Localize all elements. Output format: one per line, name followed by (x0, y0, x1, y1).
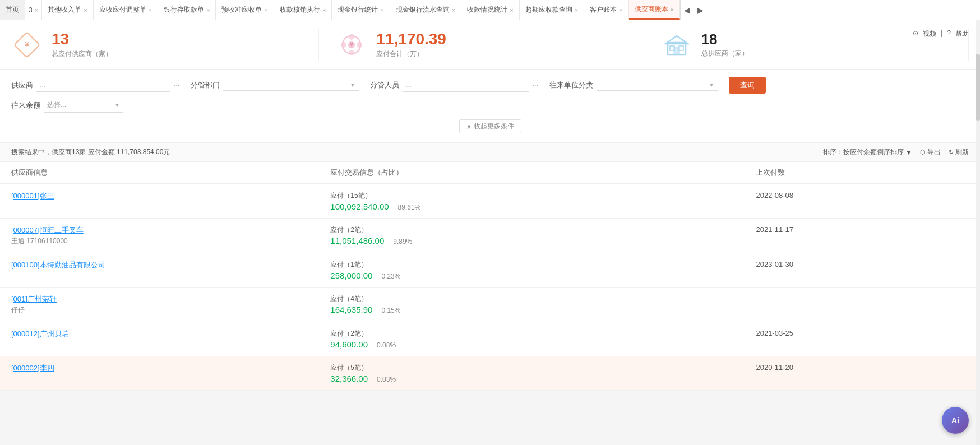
export-button[interactable]: ⬡ 导出 (920, 147, 941, 157)
nav-tab-receipt-stat-close[interactable]: × (510, 7, 513, 13)
card2-label: 应付合计（万） (376, 49, 446, 59)
nav-tab-cash-stat-close[interactable]: × (380, 7, 383, 13)
nav-tab-bank-close[interactable]: × (206, 7, 210, 13)
trans-percent-6: 0.03% (377, 376, 396, 383)
trans-label-3: 应付（1笔） (330, 260, 756, 270)
nav-tab-ar-ap[interactable]: 应收应付调整单 × (94, 0, 158, 20)
supplier-link-5[interactable]: [000012]广州贝瑞 (11, 330, 69, 338)
trans-amount-5[interactable]: 94,600.00 (330, 340, 368, 349)
trans-row-4: 164,635.90 0.15% (330, 305, 756, 314)
sort-button[interactable]: 排序：按应付余额倒序排序 ▼ (823, 147, 912, 157)
svg-point-5 (341, 42, 346, 48)
nav-tab-cash-flow-close[interactable]: × (452, 7, 455, 13)
person-dots-icon[interactable]: ··· (533, 81, 538, 89)
lastpay-6: 2020-11-20 (756, 363, 969, 372)
video-icon: ⊙ (913, 29, 918, 39)
nav-tab-cash-flow-label: 现金银行流水查询 (396, 5, 450, 15)
nav-tab-receipt-verify-close[interactable]: × (322, 7, 326, 13)
nav-tab-receipt-verify[interactable]: 收款核销执行 × (274, 0, 332, 20)
diamond-icon: ¥ (11, 29, 43, 61)
card1-label: 总应付供应商（家） (52, 49, 112, 59)
trans-amount-1[interactable]: 100,092,540.00 (330, 202, 389, 211)
export-label: 导出 (927, 147, 941, 157)
supplier-link-2[interactable]: [000007]恒旺二手叉车 (11, 226, 84, 234)
dept-select[interactable]: ▼ (223, 80, 359, 91)
transaction-info-1: 应付（15笔） 100,092,540.00 89.61% (330, 191, 756, 211)
nav-tab-cash-stat[interactable]: 现金银行统计 × (332, 0, 390, 20)
trans-label-6: 应付（5笔） (330, 363, 756, 373)
trans-amount-3[interactable]: 258,000.00 (330, 271, 372, 280)
collapse-button[interactable]: ∧ 收起更多条件 (459, 119, 521, 133)
nav-left-arrow[interactable]: ◀ (680, 0, 694, 20)
svg-text:¥: ¥ (24, 40, 29, 49)
nav-tab-supplier-ledger-close[interactable]: × (671, 6, 674, 13)
person-input[interactable] (403, 79, 529, 92)
query-button[interactable]: 查询 (729, 77, 766, 94)
nav-tab-other-income-close[interactable]: × (84, 7, 87, 13)
nav-right-arrow[interactable]: ▶ (694, 0, 707, 20)
nav-tab-customer-ledger-label: 客户账本 (590, 5, 617, 15)
nav-tab-overdue-ar-close[interactable]: × (575, 7, 578, 13)
nav-tab-receipt-stat[interactable]: 收款情况统计 × (461, 0, 519, 20)
category-filter-label: 往来单位分类 (549, 80, 593, 90)
lastpay-2: 2021-11-17 (756, 225, 969, 234)
summary-card-suppliers-with-ap: ¥ 13 总应付供应商（家） (11, 29, 319, 61)
nav-tab-cash-stat-label: 现金银行统计 (338, 5, 378, 15)
nav-tab-home[interactable]: 首页 (0, 0, 25, 20)
col-header-transaction: 应付交易信息（占比） (330, 168, 756, 178)
nav-tab-bank[interactable]: 银行存取款单 × (158, 0, 216, 20)
trans-label-4: 应付（4笔） (330, 294, 756, 304)
person-filter-label: 分管人员 (370, 80, 399, 90)
nav-tab-customer-ledger-close[interactable]: × (619, 7, 622, 13)
supplier-link-4[interactable]: [001]广州荣轩 (11, 295, 57, 303)
nav-tab-supplier-ledger[interactable]: 供应商账本 × (629, 0, 680, 20)
result-bar: 搜索结果中，供应商13家 应付金额 111,703,854.00元 排序：按应付… (0, 143, 980, 162)
trans-amount-6[interactable]: 32,366.00 (330, 374, 368, 383)
balance-chevron-down-icon: ▼ (114, 102, 120, 108)
nav-tab-3[interactable]: 3 × (25, 0, 42, 20)
trans-percent-1: 89.61% (398, 203, 421, 211)
transaction-info-6: 应付（5笔） 32,366.00 0.03% (330, 363, 756, 383)
collapse-up-icon: ∧ (466, 123, 471, 131)
nav-tab-overdue-ar[interactable]: 超期应收款查询 × (520, 0, 584, 20)
nav-tab-3-label: 3 (29, 6, 33, 14)
nav-tab-ar-ap-label: 应收应付调整单 (99, 5, 146, 15)
help-link[interactable]: 帮助 (955, 29, 969, 39)
nav-tab-customer-ledger[interactable]: 客户账本 × (584, 0, 628, 20)
refresh-label: 刷新 (955, 147, 969, 157)
supplier-link-6[interactable]: [000002]李四 (11, 364, 54, 372)
nav-tab-other-income-label: 其他收入单 (48, 5, 81, 15)
refresh-button[interactable]: ↻ 刷新 (949, 147, 969, 157)
category-select[interactable]: ▼ (597, 80, 718, 91)
trans-amount-4[interactable]: 164,635.90 (330, 305, 372, 314)
card1-number: 13 (52, 31, 112, 48)
supplier-link-3[interactable]: [000100]本特勤油品有限公司 (11, 261, 105, 269)
summary-bar: ¥ 13 总应付供应商（家） ¥ 11,170.39 应付合计（万） (0, 20, 980, 70)
supplier-table: 供应商信息 应付交易信息（占比） 上次付数 [000001]张三 应付（15笔）… (0, 162, 980, 391)
supplier-input[interactable] (36, 79, 170, 92)
trans-percent-3: 0.23% (381, 272, 400, 280)
trans-amount-2[interactable]: 11,051,486.00 (330, 236, 384, 245)
nav-tab-advance-ar-close[interactable]: × (264, 7, 267, 13)
balance-select[interactable]: 选择... ▼ (44, 98, 123, 113)
nav-tab-advance-ar[interactable]: 预收冲应收单 × (216, 0, 274, 20)
supplier-sub-info-4: 仔仔 (11, 305, 330, 315)
trans-row-1: 100,092,540.00 89.61% (330, 202, 756, 211)
svg-point-6 (357, 42, 362, 48)
trans-row-5: 94,600.00 0.08% (330, 340, 756, 349)
result-bar-right: 排序：按应付余额倒序排序 ▼ ⬡ 导出 ↻ 刷新 (823, 147, 969, 157)
sort-label: 排序：按应付余额倒序排序 (823, 147, 904, 157)
nav-tab-other-income[interactable]: 其他收入单 × (42, 0, 93, 20)
lastpay-date-1: 2022-08-08 (756, 191, 793, 200)
supplier-link-1[interactable]: [000001]张三 (11, 192, 54, 200)
nav-tab-ar-ap-close[interactable]: × (149, 7, 152, 13)
scrollbar-thumb[interactable] (976, 54, 980, 121)
table-row: [000007]恒旺二手叉车 王通 17106110000 应付（2笔） 11,… (0, 219, 980, 253)
video-link[interactable]: 视频 (923, 29, 936, 39)
card3-number: 18 (701, 31, 748, 48)
filter-category: 往来单位分类 ▼ (549, 80, 718, 91)
nav-tab-cash-flow[interactable]: 现金银行流水查询 × (390, 0, 461, 20)
supplier-dots-icon[interactable]: ··· (174, 81, 179, 89)
transaction-info-5: 应付（2笔） 94,600.00 0.08% (330, 329, 756, 349)
nav-tab-3-close[interactable]: × (35, 7, 38, 13)
